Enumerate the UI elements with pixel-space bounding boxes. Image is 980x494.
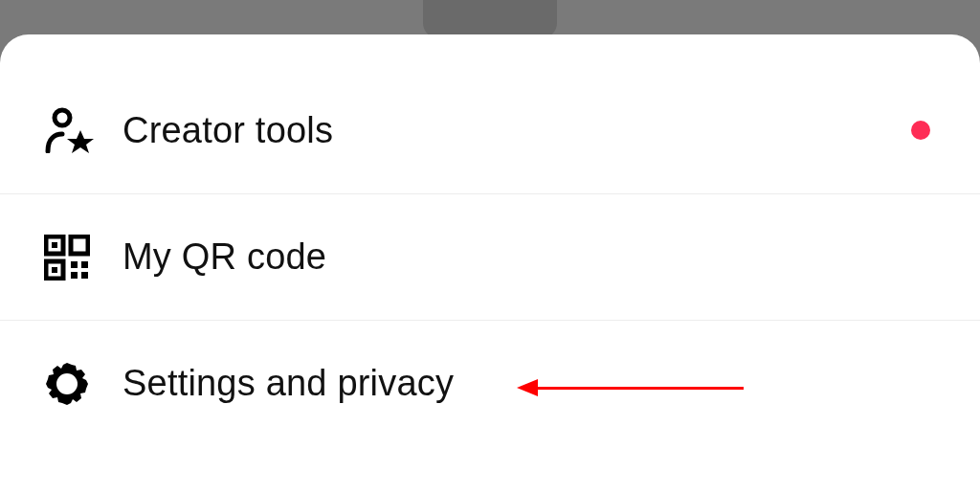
menu-item-creator-tools[interactable]: Creator tools <box>0 67 980 193</box>
svg-point-10 <box>56 373 78 394</box>
menu-item-my-qr-code[interactable]: My QR code <box>0 193 980 320</box>
svg-rect-8 <box>71 272 78 279</box>
svg-rect-5 <box>52 267 57 273</box>
svg-point-0 <box>55 110 70 125</box>
menu-item-settings-privacy[interactable]: Settings and privacy <box>0 320 980 446</box>
svg-rect-7 <box>81 261 88 268</box>
bottom-sheet: Creator tools My QR code <box>0 34 980 494</box>
menu-item-label: Creator tools <box>122 110 333 151</box>
svg-rect-2 <box>52 242 57 248</box>
menu-item-label: Settings and privacy <box>122 363 454 404</box>
svg-rect-9 <box>81 272 88 279</box>
person-star-icon <box>44 107 96 153</box>
backdrop-object <box>423 0 557 38</box>
menu-item-label: My QR code <box>122 236 326 278</box>
svg-rect-3 <box>71 236 88 254</box>
gear-icon <box>44 361 96 407</box>
svg-rect-6 <box>71 261 78 268</box>
qr-code-icon <box>44 235 96 281</box>
notification-badge <box>911 121 930 140</box>
